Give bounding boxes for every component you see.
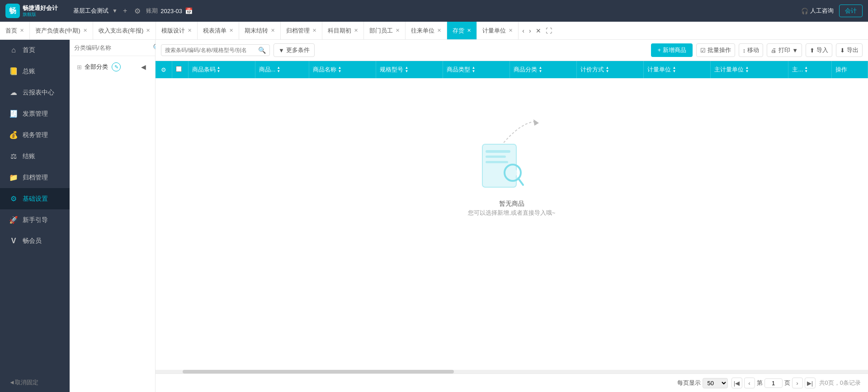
col-code[interactable]: 商品...▲▼ (255, 61, 309, 78)
print-button[interactable]: 🖨 打印 ▼ (767, 43, 802, 57)
sidebar-item-guide[interactable]: 🚀 新手引导 (0, 209, 70, 231)
tab-balance-close[interactable]: ✕ (83, 28, 87, 33)
sidebar-item-archive-label: 归档管理 (23, 174, 48, 182)
export-button[interactable]: ⬇ 导出 (836, 43, 863, 57)
col-barcode[interactable]: 商品条码▲▼ (188, 61, 255, 78)
tab-inventory[interactable]: 存货 ✕ (447, 22, 477, 40)
user-role-button[interactable]: 会计 (839, 5, 863, 17)
prev-page-button[interactable]: ‹ (744, 378, 755, 388)
add-product-button[interactable]: + 新增商品 (651, 43, 692, 57)
col-unit[interactable]: 计量单位▲▼ (644, 61, 711, 78)
tab-expand-button[interactable]: ⛶ (544, 26, 554, 35)
sidebar-item-vip[interactable]: V 畅会员 (0, 231, 70, 251)
left-search-bar: 🔍 (70, 40, 155, 56)
tab-next-button[interactable]: › (527, 26, 533, 35)
sidebar-item-archive[interactable]: 📁 归档管理 (0, 167, 70, 188)
sidebar-item-home-label: 首页 (23, 46, 35, 54)
tab-dept[interactable]: 部门员工 ✕ (364, 22, 406, 40)
first-page-button[interactable]: |◀ (731, 378, 742, 388)
tab-template[interactable]: 模版设计 ✕ (156, 22, 198, 40)
col-main-abbr[interactable]: 主...▲▼ (788, 61, 832, 78)
tab-home-close[interactable]: ✕ (20, 28, 24, 33)
category-tree: ⊞ 全部分类 ✎ ◀ (70, 56, 155, 78)
export-icon: ⬇ (840, 47, 845, 54)
tab-tax-list-close[interactable]: ✕ (229, 28, 233, 33)
tab-subject-close[interactable]: ✕ (354, 28, 358, 33)
cloud-icon: ☁ (9, 88, 18, 97)
scrollbar-thumb[interactable] (183, 370, 454, 373)
tab-balance-sheet[interactable]: 资产负债表(中期) ✕ (30, 22, 93, 40)
workspace-dropdown-icon[interactable]: ▼ (112, 8, 118, 14)
service-button[interactable]: 🎧 人工咨询 (801, 7, 834, 15)
col-type[interactable]: 商品类型▲▼ (443, 61, 510, 78)
tab-close-all-button[interactable]: ✕ (534, 26, 543, 35)
sidebar-item-settle[interactable]: ⚖ 结账 (0, 146, 70, 167)
sidebar-item-reports[interactable]: ☁ 云报表中心 (0, 82, 70, 103)
sidebar-item-settings-label: 基础设置 (23, 195, 48, 203)
tab-partner-close[interactable]: ✕ (437, 28, 441, 33)
tab-template-close[interactable]: ✕ (188, 28, 192, 33)
calendar-icon[interactable]: 📅 (185, 7, 193, 14)
header-add-button[interactable]: + (121, 5, 129, 17)
sidebar-item-home[interactable]: ⌂ 首页 (0, 40, 70, 61)
col-settings[interactable]: ⚙ (156, 61, 172, 78)
product-search-icon[interactable]: 🔍 (258, 47, 266, 54)
filter-button[interactable]: ▼ 更多条件 (274, 43, 315, 57)
guide-icon: 🚀 (9, 216, 18, 224)
tab-period-end-label: 期末结转 (245, 27, 268, 35)
horizontal-scrollbar[interactable] (156, 370, 868, 373)
col-main-unit[interactable]: 主计量单位▲▼ (711, 61, 788, 78)
tab-unit[interactable]: 计量单位 ✕ (477, 22, 519, 40)
empty-title: 暂无商品 (468, 200, 555, 208)
next-page-button[interactable]: › (792, 378, 803, 388)
svg-line-7 (518, 178, 523, 185)
import-button[interactable]: ⬆ 导入 (806, 43, 832, 57)
last-page-button[interactable]: ▶| (805, 378, 816, 388)
sidebar-item-settle-label: 结账 (23, 152, 35, 161)
top-header: 畅 畅捷通好会计 旗舰版 基层工会测试 ▼ + ⚙ 账期 2023-03 📅 🎧… (0, 0, 868, 22)
move-button[interactable]: ↕ 移动 (739, 43, 764, 57)
tab-income[interactable]: 收入支出表(年报) ✕ (93, 22, 156, 40)
col-category[interactable]: 商品分类▲▼ (510, 61, 577, 78)
empty-state: 暂无商品 您可以选择新增,或者直接导入哦~ (156, 78, 868, 259)
tab-inventory-close[interactable]: ✕ (467, 28, 471, 33)
per-page-dropdown[interactable]: 50 100 200 (703, 378, 728, 388)
tab-template-label: 模版设计 (161, 27, 185, 35)
tab-archive[interactable]: 归档管理 ✕ (281, 22, 322, 40)
sidebar-item-ledger[interactable]: 📒 总账 (0, 61, 70, 82)
col-name[interactable]: 商品名称▲▼ (309, 61, 376, 78)
tab-partner-label: 往来单位 (411, 27, 434, 35)
sidebar-item-reports-label: 云报表中心 (23, 89, 54, 97)
category-search-input[interactable] (74, 44, 150, 51)
tab-prev-button[interactable]: ‹ (520, 26, 526, 35)
col-checkbox[interactable] (172, 61, 188, 78)
tab-partner[interactable]: 往来单位 ✕ (406, 22, 447, 40)
sidebar-item-invoice-label: 发票管理 (23, 110, 48, 118)
sidebar-item-invoice[interactable]: 🧾 发票管理 (0, 103, 70, 124)
period-value: 2023-03 (160, 8, 182, 14)
tree-root-item[interactable]: ⊞ 全部分类 ✎ ◀ (73, 60, 151, 74)
tab-period-end[interactable]: 期末结转 ✕ (239, 22, 281, 40)
header-period: 账期 2023-03 📅 (146, 7, 193, 15)
tree-edit-button[interactable]: ✎ (112, 62, 121, 71)
header-settings-button[interactable]: ⚙ (132, 5, 142, 17)
tab-unit-close[interactable]: ✕ (509, 28, 513, 33)
col-pricing[interactable]: 计价方式▲▼ (577, 61, 644, 78)
tree-collapse-button[interactable]: ◀ (139, 62, 148, 71)
select-all-checkbox[interactable] (176, 66, 182, 72)
workspace-name[interactable]: 基层工会测试 (73, 7, 108, 15)
tab-income-close[interactable]: ✕ (146, 28, 150, 33)
tab-tax-list[interactable]: 税表清单 ✕ (198, 22, 239, 40)
sidebar-unpin-button[interactable]: ◄取消固定 (0, 373, 70, 392)
product-search-input[interactable] (165, 47, 255, 53)
tab-archive-close[interactable]: ✕ (312, 28, 316, 33)
page-input[interactable] (764, 378, 783, 388)
col-spec[interactable]: 规格型号▲▼ (376, 61, 443, 78)
sidebar-item-tax[interactable]: 💰 税务管理 (0, 124, 70, 146)
tab-dept-close[interactable]: ✕ (396, 28, 400, 33)
tab-subject[interactable]: 科目期初 ✕ (322, 22, 364, 40)
sidebar-item-settings[interactable]: ⚙ 基础设置 (0, 188, 70, 209)
tab-period-end-close[interactable]: ✕ (271, 28, 275, 33)
batch-operation-button[interactable]: ☑ 批量操作 (696, 43, 735, 57)
tab-home[interactable]: 首页 ✕ (0, 22, 30, 40)
